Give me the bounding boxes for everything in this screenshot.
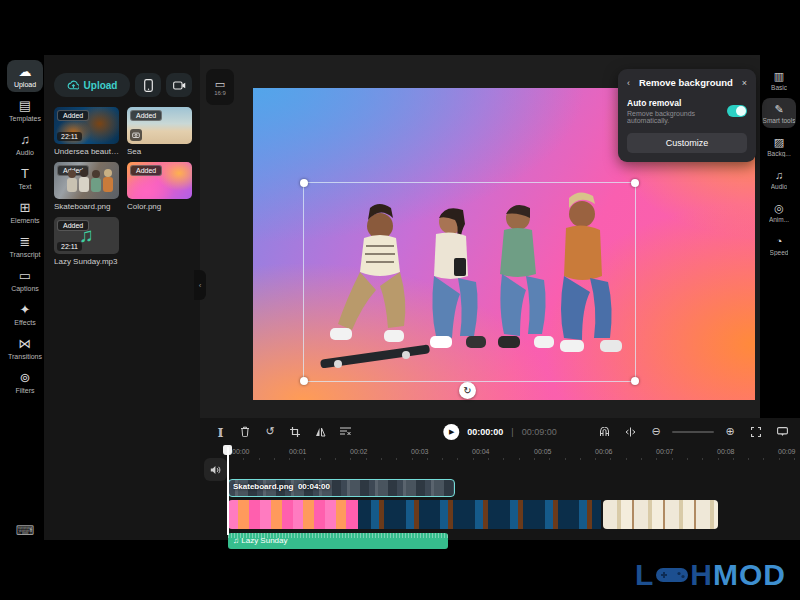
- sidebar-item-effects[interactable]: ✦ Effects: [7, 298, 43, 330]
- clip-name: Lazy Sunday: [241, 536, 287, 545]
- clip-color[interactable]: [228, 500, 358, 529]
- lahmod-watermark: L H MOD: [635, 558, 786, 592]
- rotate-handle[interactable]: ↻: [459, 382, 476, 399]
- timeline-ruler[interactable]: 00:00 00:01 00:02 00:03 00:04 00:05 00:0…: [200, 445, 800, 463]
- smart-tools-icon: ✎: [774, 103, 783, 115]
- caption-lines-icon: [340, 427, 351, 436]
- camera-icon: [173, 81, 186, 90]
- zoom-out-button[interactable]: ⊖: [646, 423, 666, 441]
- media-card-sea[interactable]: Added Sea: [127, 107, 192, 156]
- audio-thumbnail: Added ♫ 22:11: [54, 217, 119, 254]
- effects-icon: ✦: [20, 303, 31, 317]
- transcript-icon: ≣: [20, 235, 31, 249]
- tab-speed[interactable]: ◔ Speed: [762, 230, 796, 260]
- snap-button[interactable]: [594, 423, 614, 441]
- sidebar-item-transitions[interactable]: ⋈ Transitions: [7, 332, 43, 364]
- sidebar-item-elements[interactable]: ⊞ Elements: [7, 196, 43, 228]
- sidebar-item-audio[interactable]: ♫ Audio: [7, 128, 43, 160]
- auto-removal-toggle[interactable]: [727, 105, 747, 117]
- media-card-lazy-sunday[interactable]: Added ♫ 22:11 Lazy Sunday.mp3: [54, 217, 119, 266]
- animation-icon: ◎: [774, 202, 784, 214]
- auto-removal-description: Remove backgrounds automatically.: [627, 110, 727, 124]
- fit-timeline-button[interactable]: [620, 423, 640, 441]
- text-icon: T: [21, 167, 29, 181]
- fullscreen-button[interactable]: [746, 423, 766, 441]
- sidebar-item-text[interactable]: T Text: [7, 162, 43, 194]
- left-sidebar: ☁ Upload ▤ Templates ♫ Audio T Text ⊞ El…: [6, 60, 44, 538]
- sidebar-item-transcript[interactable]: ≣ Transcript: [7, 230, 43, 262]
- resize-handle-bottom-left[interactable]: [300, 377, 308, 385]
- duration-badge: 22:11: [57, 242, 82, 251]
- tab-background[interactable]: ▨ Backg...: [762, 131, 796, 161]
- media-card-undersea[interactable]: Added 22:11 Undersea beauty.mp4: [54, 107, 119, 156]
- sidebar-item-templates[interactable]: ▤ Templates: [7, 94, 43, 126]
- media-card-name: Undersea beauty.mp4: [54, 147, 119, 156]
- flip-icon: [315, 427, 326, 437]
- tab-animation[interactable]: ◎ Anim...: [762, 197, 796, 227]
- aspect-ratio-button[interactable]: ▭ 16:9: [206, 69, 234, 105]
- panel-title: Remove background: [639, 77, 733, 88]
- music-note-icon: ♫: [233, 536, 239, 545]
- upload-from-phone-button[interactable]: [135, 73, 161, 97]
- clip-audio-lazy-sunday[interactable]: ♫ Lazy Sunday: [228, 533, 448, 549]
- play-button[interactable]: ▶: [443, 424, 459, 440]
- remove-background-panel: ‹ Remove background × Auto removal Remov…: [618, 69, 756, 162]
- media-panel: Upload Added 22:11 Undersea beauty.mp4: [44, 55, 200, 540]
- split-button[interactable]: ][: [210, 423, 230, 441]
- image-thumbnail: Added: [127, 162, 192, 199]
- transitions-icon: ⋈: [19, 337, 32, 351]
- keyboard-shortcuts-icon[interactable]: ⌨: [16, 523, 35, 538]
- media-card-skateboard[interactable]: Added Skateboard.png: [54, 162, 119, 211]
- added-badge: Added: [130, 165, 162, 176]
- resize-handle-bottom-right[interactable]: [631, 377, 639, 385]
- close-button[interactable]: ×: [742, 78, 747, 88]
- preview-display-button[interactable]: [772, 423, 792, 441]
- fullscreen-icon: [751, 427, 761, 437]
- crop-button[interactable]: [285, 423, 305, 441]
- tab-basic[interactable]: ▥ Basic: [762, 65, 796, 95]
- right-sidebar: ▥ Basic ✎ Smart tools ▨ Backg... ♫ Audio…: [760, 65, 798, 260]
- caption-tool-button[interactable]: [335, 423, 355, 441]
- zoom-slider[interactable]: [672, 431, 714, 433]
- history-button[interactable]: ↺: [260, 423, 280, 441]
- timeline-tracks: Skateboard.png 00:04:00 ♫ Lazy Sunday: [200, 463, 800, 540]
- media-card-color[interactable]: Added Color.png: [127, 162, 192, 211]
- basic-icon: ▥: [774, 70, 784, 82]
- customize-button[interactable]: Customize: [627, 133, 747, 153]
- auto-removal-label: Auto removal: [627, 98, 727, 108]
- clip-sea[interactable]: [603, 500, 718, 529]
- panel-collapse-handle[interactable]: ‹: [194, 270, 206, 300]
- timeline-panel: ][ ↺ ▶: [200, 418, 800, 540]
- playhead-line[interactable]: [227, 447, 229, 535]
- zoom-in-button[interactable]: ⊕: [720, 423, 740, 441]
- sidebar-item-upload[interactable]: ☁ Upload: [7, 60, 43, 92]
- phone-icon: [144, 79, 153, 92]
- elements-icon: ⊞: [20, 201, 31, 215]
- clip-skateboard[interactable]: Skateboard.png 00:04:00: [228, 479, 455, 497]
- record-button[interactable]: [166, 73, 192, 97]
- tab-audio[interactable]: ♫ Audio: [762, 164, 796, 194]
- media-card-grid: Added 22:11 Undersea beauty.mp4 Added Se…: [54, 107, 192, 266]
- clip-name: Skateboard.png: [233, 482, 293, 491]
- added-badge: Added: [130, 110, 162, 121]
- image-thumbnail: Added: [127, 107, 192, 144]
- upload-icon: ☁: [19, 65, 32, 79]
- selection-box[interactable]: [303, 182, 636, 382]
- upload-row: Upload: [54, 73, 192, 97]
- sidebar-item-filters[interactable]: ⊚ Filters: [7, 366, 43, 398]
- templates-icon: ▤: [19, 99, 31, 113]
- tab-smart-tools[interactable]: ✎ Smart tools: [762, 98, 796, 128]
- speed-icon: ◔: [776, 235, 783, 247]
- resize-handle-top-left[interactable]: [300, 179, 308, 187]
- stock-media-icon: [130, 129, 142, 141]
- mirror-button[interactable]: [310, 423, 330, 441]
- delete-button[interactable]: [235, 423, 255, 441]
- fit-icon: [625, 427, 636, 437]
- resize-handle-top-right[interactable]: [631, 179, 639, 187]
- screen-ratio-icon: ▭: [215, 79, 225, 89]
- chevron-left-icon: ‹: [199, 281, 202, 290]
- sidebar-item-captions[interactable]: ▭ Captions: [7, 264, 43, 296]
- clip-undersea[interactable]: [358, 500, 601, 529]
- upload-button[interactable]: Upload: [54, 73, 130, 97]
- back-button[interactable]: ‹: [627, 78, 630, 88]
